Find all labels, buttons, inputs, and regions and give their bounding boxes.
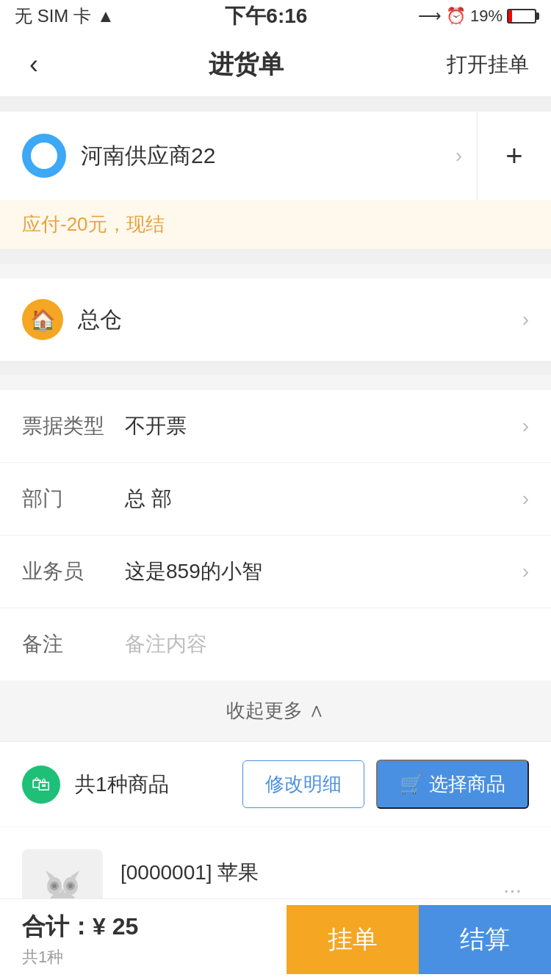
warehouse-chevron-icon: › bbox=[522, 308, 529, 331]
avatar-inner bbox=[31, 143, 57, 169]
carrier-text: 无 SIM 卡 bbox=[15, 4, 91, 28]
invoice-type-label: 票据类型 bbox=[22, 412, 125, 440]
back-button[interactable]: ‹ bbox=[22, 42, 46, 87]
select-product-label: 选择商品 bbox=[429, 771, 505, 797]
salesperson-value: 这是859的小智 bbox=[125, 558, 515, 586]
warning-banner: 应付-20元，现结 bbox=[0, 200, 551, 249]
total-section: 合计：¥ 25 共1种 bbox=[0, 899, 287, 980]
total-count: 共1种 bbox=[22, 946, 264, 968]
product-name: [0000001] 苹果 bbox=[120, 859, 496, 887]
warehouse-section[interactable]: 🏠 总仓 › bbox=[0, 278, 551, 361]
svg-point-4 bbox=[52, 884, 57, 888]
edit-detail-button[interactable]: 修改明细 bbox=[242, 760, 364, 808]
section-gap-3 bbox=[0, 361, 551, 375]
checkout-button[interactable]: 结算 bbox=[419, 905, 551, 974]
product-count-icon: 🛍 bbox=[22, 765, 60, 804]
department-value: 总 部 bbox=[125, 485, 515, 513]
total-label: 合计： bbox=[22, 913, 93, 940]
status-right: ⟶ ⏰ 19% bbox=[418, 7, 536, 26]
warehouse-name: 总仓 bbox=[78, 305, 515, 335]
bottom-bar: 合计：¥ 25 共1种 挂单 结算 bbox=[0, 898, 551, 980]
department-row[interactable]: 部门 总 部 › bbox=[0, 463, 551, 536]
salesperson-label: 业务员 bbox=[22, 558, 125, 586]
invoice-type-chevron-icon: › bbox=[522, 414, 529, 438]
total-amount: 合计：¥ 25 bbox=[22, 911, 264, 943]
total-value: ¥ 25 bbox=[93, 913, 138, 940]
supplier-chevron-icon: › bbox=[455, 144, 462, 167]
product-header: 🛍 共1种商品 修改明细 🛒 选择商品 bbox=[0, 741, 551, 826]
page-title: 进货单 bbox=[209, 48, 284, 82]
salesperson-row[interactable]: 业务员 这是859的小智 › bbox=[0, 536, 551, 608]
supplier-name: 河南供应商22 bbox=[81, 141, 448, 171]
select-product-button[interactable]: 🛒 选择商品 bbox=[376, 760, 529, 809]
supplier-avatar bbox=[22, 134, 66, 178]
nav-bar: ‹ 进货单 打开挂单 bbox=[0, 32, 551, 97]
invoice-type-row[interactable]: 票据类型 不开票 › bbox=[0, 390, 551, 463]
location-icon: ⟶ bbox=[418, 7, 442, 26]
status-bar: 无 SIM 卡 ▲ 下午6:16 ⟶ ⏰ 19% bbox=[0, 0, 551, 32]
add-supplier-button[interactable]: + bbox=[478, 118, 551, 195]
open-pending-button[interactable]: 打开挂单 bbox=[447, 51, 529, 79]
alarm-icon: ⏰ bbox=[446, 7, 466, 26]
department-label: 部门 bbox=[22, 485, 125, 513]
status-time: 下午6:16 bbox=[225, 2, 307, 30]
invoice-type-value: 不开票 bbox=[125, 412, 515, 440]
form-section: 票据类型 不开票 › 部门 总 部 › 业务员 这是859的小智 › 备注 备注… bbox=[0, 390, 551, 680]
cart-icon: 🛒 bbox=[400, 773, 423, 796]
svg-point-5 bbox=[68, 884, 73, 888]
battery-text: 19% bbox=[470, 7, 503, 26]
collapse-bar[interactable]: 收起更多 ∧ bbox=[0, 680, 551, 741]
status-left: 无 SIM 卡 ▲ bbox=[15, 4, 115, 28]
remark-value: 备注内容 bbox=[125, 630, 529, 658]
remark-row[interactable]: 备注 备注内容 bbox=[0, 608, 551, 680]
supplier-select[interactable]: 河南供应商22 › bbox=[0, 112, 478, 200]
bag-icon: 🛍 bbox=[32, 773, 51, 796]
remark-label: 备注 bbox=[22, 630, 125, 658]
department-chevron-icon: › bbox=[522, 487, 529, 511]
supplier-section: 河南供应商22 › + bbox=[0, 112, 551, 200]
warehouse-icon: 🏠 bbox=[22, 299, 63, 340]
battery-icon bbox=[507, 9, 536, 24]
product-count-label: 共1种商品 bbox=[75, 771, 242, 799]
house-icon: 🏠 bbox=[30, 308, 56, 332]
wifi-icon: ▲ bbox=[97, 6, 115, 26]
section-gap-2 bbox=[0, 249, 551, 264]
section-gap-1 bbox=[0, 97, 551, 112]
suspend-button[interactable]: 挂单 bbox=[287, 905, 419, 974]
salesperson-chevron-icon: › bbox=[522, 560, 529, 583]
